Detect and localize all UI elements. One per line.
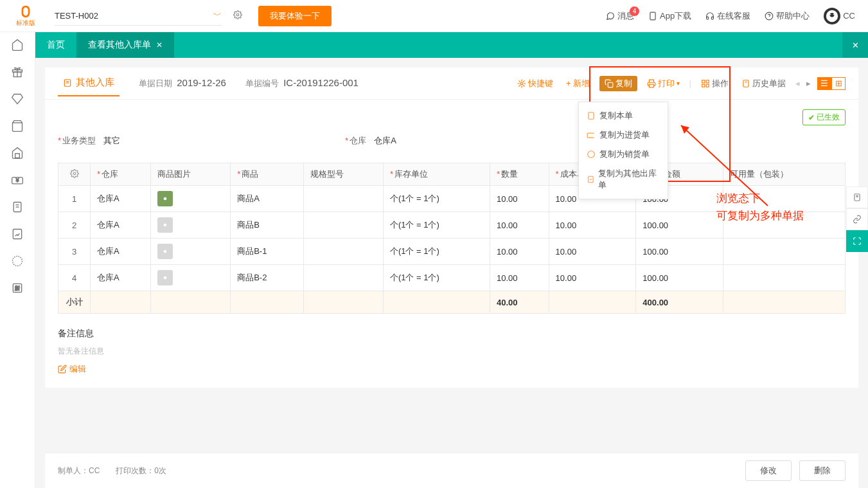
warehouse-field: *仓库仓库A — [345, 135, 396, 147]
copy-dropdown: 复制本单 复制为进货单 复制为销货单 复制为其他出库单 — [578, 102, 668, 199]
row-avail — [723, 212, 846, 239]
document-type-tab[interactable]: 其他入库 — [58, 70, 120, 96]
nav-clipboard-icon[interactable] — [11, 201, 24, 213]
row-qty: 10.00 — [490, 265, 549, 291]
col-settings[interactable] — [58, 163, 91, 186]
row-amt: 100.00 — [636, 239, 723, 265]
nav-diamond-icon[interactable] — [11, 93, 24, 105]
dropdown-copy-purchase[interactable]: 复制为进货单 — [579, 125, 668, 145]
warehouse-label: 仓库 — [350, 136, 366, 145]
row-price: 10.00 — [549, 212, 636, 239]
gear-icon[interactable] — [233, 10, 242, 21]
tabs-close-all-button[interactable]: ✕ — [842, 32, 868, 58]
dropdown-copy-this[interactable]: 复制本单 — [579, 106, 668, 125]
row-warehouse: 仓库A — [91, 239, 151, 265]
tab-home[interactable]: 首页 — [35, 32, 76, 58]
remark-edit-button[interactable]: 编辑 — [58, 363, 846, 375]
remark-empty: 暂无备注信息 — [58, 346, 846, 357]
user-menu[interactable]: CC — [824, 8, 855, 24]
workspace: 首页 查看其他入库单 ✕ ✕ 其他入库 单据日期 2019-12-26 单据编号… — [35, 32, 868, 488]
modify-button[interactable]: 修改 — [745, 460, 792, 481]
svg-point-41 — [164, 250, 167, 253]
table-row[interactable]: 3 仓库A 商品B-1 个(1个 = 1个) 10.00 10.00 100.0… — [58, 239, 846, 265]
next-icon[interactable]: ▸ — [806, 78, 811, 88]
form-fields: *业务类型其它 *仓库仓库A — [45, 129, 858, 163]
svg-point-46 — [856, 195, 858, 197]
row-price: 10.00 — [549, 239, 636, 265]
svg-point-8 — [833, 14, 835, 15]
svg-point-25 — [520, 82, 523, 85]
nav-report-icon[interactable] — [11, 228, 24, 240]
trial-button[interactable]: 我要体验一下 — [258, 6, 332, 26]
avatar — [824, 8, 840, 24]
doc-date-value: 2019-12-26 — [177, 77, 226, 88]
app-download-button[interactable]: App下载 — [648, 10, 691, 22]
nav-bag-icon[interactable] — [11, 120, 24, 132]
tab-home-label: 首页 — [47, 39, 65, 51]
nav-gift-icon[interactable] — [11, 66, 24, 78]
help-center-button[interactable]: 帮助中心 — [765, 10, 810, 22]
user-name: CC — [843, 11, 855, 21]
messages-badge: 4 — [630, 6, 639, 16]
new-button[interactable]: +新增 — [563, 76, 593, 91]
document-footer: 制单人：CC 打印次数：0次 修改 删除 — [45, 453, 858, 488]
view-switch: ☰ ⊞ — [817, 77, 846, 90]
row-price: 10.00 — [549, 265, 636, 291]
row-qty: 10.00 — [490, 212, 549, 239]
nav-new-icon[interactable]: 新 — [11, 282, 24, 294]
nav-home-icon[interactable] — [11, 39, 24, 51]
shortcut-button[interactable]: 快捷键 — [514, 76, 556, 91]
document-meta: 单据日期 2019-12-26 单据编号 IC-20191226-001 — [139, 77, 359, 89]
row-avail — [723, 186, 846, 212]
dropdown-copy-out[interactable]: 复制为其他出库单 — [579, 164, 668, 195]
row-qty: 10.00 — [490, 239, 549, 265]
view-card-button[interactable]: ⊞ — [831, 77, 846, 90]
doc-no-value: IC-20191226-001 — [283, 77, 359, 88]
biztype-field: *业务类型其它 — [58, 135, 120, 147]
svg-rect-27 — [589, 112, 594, 119]
row-product: 商品B — [231, 212, 304, 239]
table-row[interactable]: 1 仓库A 商品A 个(1个 = 1个) 10.00 10.00 100.00 — [58, 186, 846, 212]
delete-button[interactable]: 删除 — [799, 460, 846, 481]
tab-close-icon[interactable]: ✕ — [156, 41, 163, 50]
new-label: 新增 — [573, 78, 590, 89]
col-avail: 可用量（包装） — [723, 163, 846, 186]
customer-service-label: 在线客服 — [717, 10, 750, 22]
history-button[interactable]: 历史单据 — [738, 76, 789, 91]
dropdown-copy-sale[interactable]: 复制为销货单 — [579, 145, 668, 164]
brand-logo: 标准版 — [13, 5, 39, 28]
svg-point-0 — [236, 14, 239, 16]
table-row[interactable]: 2 仓库A 商品B 个(1个 = 1个) 10.00 10.00 100.00 — [58, 212, 846, 239]
status-text: 已生效 — [817, 112, 840, 123]
dropdown-copy-purchase-label: 复制为进货单 — [599, 129, 650, 141]
messages-button[interactable]: 消息 4 — [606, 10, 634, 22]
svg-rect-18 — [13, 230, 21, 239]
svg-rect-1 — [650, 12, 655, 20]
dock-expand-icon[interactable] — [846, 230, 868, 252]
check-icon: ✔ — [808, 113, 815, 122]
svg-text:¥: ¥ — [15, 177, 19, 183]
dock-note-icon[interactable] — [846, 186, 868, 208]
nav-warehouse-icon[interactable] — [11, 147, 24, 159]
status-badge: ✔已生效 — [802, 109, 846, 125]
row-spec — [304, 265, 384, 291]
prev-icon[interactable]: ◂ — [795, 78, 800, 88]
tab-current[interactable]: 查看其他入库单 ✕ — [76, 32, 174, 58]
tab-current-label: 查看其他入库单 — [88, 39, 151, 51]
biztype-value: 其它 — [103, 135, 120, 147]
row-product: 商品A — [231, 186, 304, 212]
biztype-label: 业务类型 — [62, 136, 96, 145]
nav-money-icon[interactable]: ¥ — [11, 174, 24, 186]
row-warehouse: 仓库A — [91, 186, 151, 212]
table-row[interactable]: 4 仓库A 商品B-2 个(1个 = 1个) 10.00 10.00 100.0… — [58, 265, 846, 291]
org-selector[interactable]: TEST-H002 ﹀ — [55, 6, 222, 26]
row-image — [151, 239, 231, 265]
customer-service-button[interactable]: 在线客服 — [705, 10, 750, 22]
nav-dashed-icon[interactable] — [11, 255, 24, 267]
dock-link-icon[interactable] — [846, 208, 868, 230]
row-image — [151, 186, 231, 212]
row-warehouse: 仓库A — [91, 265, 151, 291]
plus-icon: + — [566, 78, 571, 88]
right-dock — [846, 186, 868, 252]
view-list-button[interactable]: ☰ — [817, 77, 831, 90]
